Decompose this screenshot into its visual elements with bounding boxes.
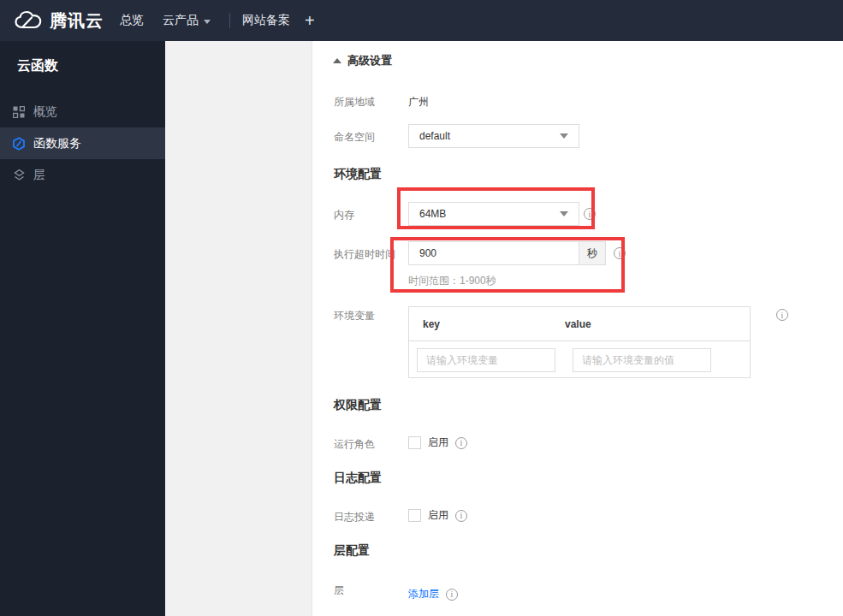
timeout-info-icon[interactable]: i <box>614 247 626 259</box>
memory-select[interactable]: 64MB <box>408 202 579 226</box>
topnav-cloud-products-label: 云产品 <box>163 13 199 28</box>
secondary-panel <box>165 41 312 616</box>
timeout-input[interactable] <box>409 242 579 264</box>
run-role-enable-label: 启用 <box>428 435 448 450</box>
topnav-add-button[interactable]: + <box>305 0 315 41</box>
sidebar-item-layers[interactable]: 层 <box>0 159 165 191</box>
run-role-checkbox[interactable] <box>408 436 421 449</box>
namespace-selected-value: default <box>419 130 450 142</box>
run-role-enable-row: 启用 i <box>408 435 467 450</box>
layer-add-row: 添加层 i <box>408 587 458 601</box>
timeout-input-group: 秒 <box>408 241 606 265</box>
cloud-logo-icon <box>14 9 43 33</box>
env-value-input[interactable] <box>573 348 711 372</box>
env-vars-label: 环境变量 <box>334 309 407 323</box>
env-vars-table: key value <box>408 306 751 378</box>
grid-icon <box>12 105 26 119</box>
function-config-form: 高级设置 所属地域 广州 命名空间 default 环境配置 内存 64MB i… <box>312 41 843 616</box>
sidebar-menu: 概览 函数服务 层 <box>0 96 165 191</box>
topnav-divider <box>229 13 230 28</box>
env-vars-input-row <box>409 341 750 378</box>
log-delivery-info-icon[interactable]: i <box>455 510 467 522</box>
section-log-config: 日志配置 <box>334 471 382 486</box>
advanced-settings-toggle[interactable]: 高级设置 <box>333 53 392 68</box>
topnav-cloud-products[interactable]: 云产品 <box>163 0 211 41</box>
region-value: 广州 <box>408 95 429 110</box>
layer-info-icon[interactable]: i <box>446 589 458 601</box>
memory-info-icon[interactable]: i <box>584 208 596 220</box>
namespace-label: 命名空间 <box>334 130 407 145</box>
env-value-header: value <box>565 318 591 330</box>
sidebar-item-label: 函数服务 <box>33 136 81 151</box>
log-delivery-enable-row: 启用 i <box>408 508 467 523</box>
env-vars-info-icon[interactable]: i <box>776 309 788 321</box>
section-permission-config: 权限配置 <box>334 398 382 413</box>
log-delivery-checkbox[interactable] <box>408 509 421 522</box>
sidebar-item-label: 层 <box>33 168 45 183</box>
namespace-select[interactable]: default <box>408 124 579 148</box>
sidebar-item-label: 概览 <box>33 104 57 120</box>
timeout-unit: 秒 <box>579 242 605 264</box>
brand-name: 腾讯云 <box>50 9 104 33</box>
advanced-settings-label: 高级设置 <box>347 53 392 68</box>
env-key-header: key <box>409 318 565 330</box>
layers-icon <box>12 169 26 182</box>
section-layer-config: 层配置 <box>334 543 370 559</box>
topnav-icp-filing[interactable]: 网站备案 <box>242 0 290 41</box>
chevron-down-icon <box>560 133 568 139</box>
layer-label: 层 <box>334 583 407 598</box>
add-layer-link[interactable]: 添加层 <box>408 587 439 601</box>
env-vars-header-row: key value <box>409 307 750 341</box>
sidebar: 云函数 概览 函数服务 <box>0 41 165 616</box>
tencent-cloud-logo[interactable]: 腾讯云 <box>14 0 104 41</box>
chevron-down-icon <box>204 20 211 24</box>
top-navigation-bar: 腾讯云 总览 云产品 网站备案 + <box>0 0 843 41</box>
log-delivery-enable-label: 启用 <box>428 508 448 523</box>
sidebar-item-function-service[interactable]: 函数服务 <box>0 127 165 159</box>
chevron-down-icon <box>560 211 568 216</box>
log-delivery-label: 日志投递 <box>334 510 407 524</box>
sidebar-product-title: 云函数 <box>0 41 165 75</box>
region-label: 所属地域 <box>334 95 407 110</box>
memory-label: 内存 <box>334 208 407 222</box>
memory-selected-value: 64MB <box>419 208 446 220</box>
run-role-info-icon[interactable]: i <box>455 437 467 449</box>
timeout-range-hint: 时间范围：1-900秒 <box>408 274 496 288</box>
scf-hexagon-icon <box>12 137 26 151</box>
section-environment-config: 环境配置 <box>334 167 382 182</box>
timeout-label: 执行超时时间 <box>334 247 407 262</box>
sidebar-item-overview[interactable]: 概览 <box>0 96 165 127</box>
collapse-arrow-icon <box>333 58 341 63</box>
topnav-overview[interactable]: 总览 <box>120 0 144 41</box>
env-key-input[interactable] <box>417 348 555 372</box>
run-role-label: 运行角色 <box>334 437 407 452</box>
